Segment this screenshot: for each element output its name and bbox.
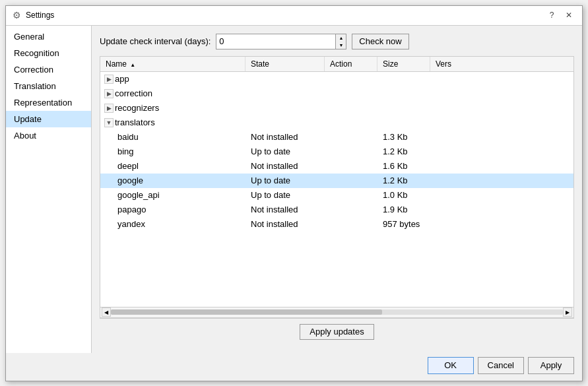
row-name-baidu: baidu [100,132,245,142]
main-panel: Update check interval (days): ▲ ▼ Check … [92,26,582,353]
row-state-deepl: Not installed [245,161,325,171]
spin-buttons: ▲ ▼ [335,34,346,49]
update-interval-row: Update check interval (days): ▲ ▼ Check … [100,34,574,49]
sidebar-item-general[interactable]: General [6,28,91,45]
title-bar: ⚙ Settings ? ✕ [6,6,582,26]
expander-app[interactable]: ▶ [104,75,114,84]
apply-button[interactable]: Apply [528,357,574,374]
sidebar-item-about[interactable]: About [6,127,91,144]
row-size-deepl: 1.6 Kb [377,161,430,171]
sidebar-item-translation[interactable]: Translation [6,78,91,94]
row-name-correction: ▶ correction [100,88,245,98]
row-name-google-api: google_api [100,190,245,200]
row-size-yandex: 957 bytes [377,219,430,229]
row-state-yandex: Not installed [245,219,325,229]
row-name-bing: bing [100,146,245,156]
scroll-track[interactable] [111,309,563,315]
scroll-right-arrow[interactable]: ▶ [563,307,572,317]
apply-updates-button[interactable]: Apply updates [300,324,374,340]
sort-arrow-name: ▲ [130,62,135,68]
table-row[interactable]: ▶ correction [100,86,573,101]
row-state-bing: Up to date [245,146,325,156]
expander-correction[interactable]: ▶ [104,89,114,98]
row-size-papago: 1.9 Kb [377,205,430,214]
col-header-state[interactable]: State [245,57,325,71]
table-row[interactable]: bing Up to date 1.2 Kb [100,145,573,159]
dialog-buttons: OK Cancel Apply [6,353,582,381]
spin-up-button[interactable]: ▲ [336,34,346,42]
col-header-action[interactable]: Action [325,57,377,71]
row-size-baidu: 1.3 Kb [377,132,430,142]
sidebar-item-recognition[interactable]: Recognition [6,45,91,61]
sidebar-item-update[interactable]: Update [6,111,91,127]
sidebar: General Recognition Correction Translati… [6,26,92,353]
window-title: Settings [26,11,544,20]
interval-input[interactable] [216,34,335,49]
expander-translators[interactable]: ▼ [104,118,114,127]
row-name-papago: papago [100,205,245,214]
close-button[interactable]: ✕ [561,9,577,22]
scroll-left-arrow[interactable]: ◀ [102,307,111,317]
ok-button[interactable]: OK [428,357,474,374]
row-name-deepl: deepl [100,161,245,171]
col-header-vers[interactable]: Vers [430,57,573,71]
tree-table: Name ▲ State Action Size Vers ▶ app [100,56,574,318]
row-state-google: Up to date [245,176,325,185]
sidebar-item-correction[interactable]: Correction [6,61,91,78]
expander-recognizers[interactable]: ▶ [104,104,114,113]
settings-window: ⚙ Settings ? ✕ General Recognition Corre… [5,5,583,381]
row-name-translators: ▼ translators [100,117,245,127]
content-area: General Recognition Correction Translati… [6,26,582,353]
help-button[interactable]: ? [544,9,560,22]
table-row[interactable]: yandex Not installed 957 bytes [100,217,573,232]
row-state-baidu: Not installed [245,132,325,142]
horizontal-scrollbar[interactable]: ◀ ▶ [100,307,573,317]
row-size-google: 1.2 Kb [377,176,430,185]
spin-down-button[interactable]: ▼ [336,42,346,49]
sidebar-item-representation[interactable]: Representation [6,94,91,111]
bottom-bar: Apply updates [100,318,574,345]
table-header: Name ▲ State Action Size Vers [100,57,573,72]
check-now-button[interactable]: Check now [352,34,408,49]
title-bar-buttons: ? ✕ [544,9,577,22]
row-size-google-api: 1.0 Kb [377,190,430,200]
table-row[interactable]: google Up to date 1.2 Kb [100,174,573,188]
interval-input-wrap: ▲ ▼ [216,34,346,49]
interval-label: Update check interval (days): [100,36,211,46]
table-body: ▶ app ▶ correction [100,72,573,307]
table-row[interactable]: deepl Not installed 1.6 Kb [100,159,573,174]
table-row[interactable]: google_api Up to date 1.0 Kb [100,188,573,203]
table-row[interactable]: ▶ app [100,72,573,86]
col-header-name[interactable]: Name ▲ [100,57,245,71]
table-row[interactable]: ▶ recognizers [100,101,573,115]
row-size-bing: 1.2 Kb [377,146,430,156]
table-row[interactable]: papago Not installed 1.9 Kb [100,203,573,217]
scroll-thumb [111,309,382,315]
cancel-button[interactable]: Cancel [478,357,524,374]
row-name-recognizers: ▶ recognizers [100,103,245,113]
settings-icon: ⚙ [11,10,22,20]
row-name-google: google [100,176,245,185]
row-name-app: ▶ app [100,74,245,84]
table-row[interactable]: baidu Not installed 1.3 Kb [100,130,573,145]
row-state-papago: Not installed [245,205,325,214]
row-name-yandex: yandex [100,219,245,229]
table-row[interactable]: ▼ translators [100,115,573,130]
col-header-size[interactable]: Size [377,57,430,71]
row-state-google-api: Up to date [245,190,325,200]
